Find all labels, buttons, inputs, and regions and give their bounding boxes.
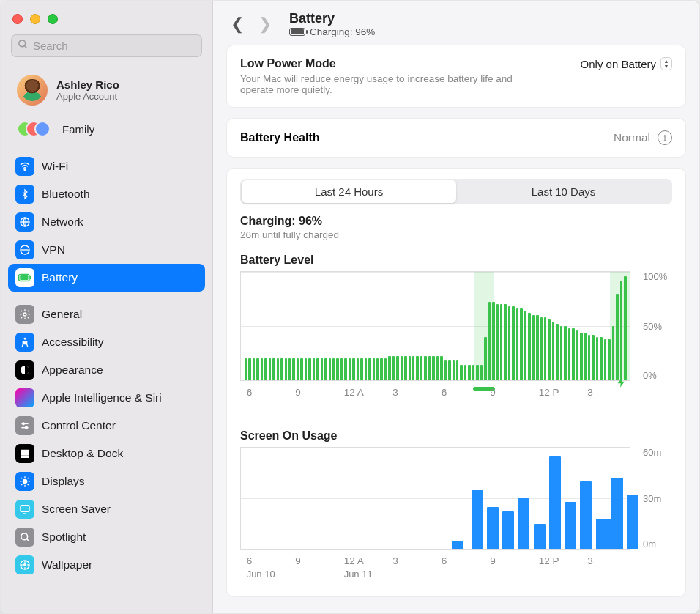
xtick: 6 [442, 555, 447, 566]
minimize-window-button[interactable] [30, 14, 40, 24]
tab-last-10-days[interactable]: Last 10 Days [456, 180, 671, 203]
sidebar-group-network: Wi-FiBluetoothNetworkVPNBattery [8, 152, 205, 292]
bar [336, 358, 338, 380]
bar [321, 358, 323, 380]
bar [508, 306, 510, 380]
bar [357, 358, 359, 380]
xtick: 9 [295, 387, 301, 398]
battery-level-chart: 100%50%0% [240, 271, 672, 381]
svg-rect-16 [21, 450, 29, 456]
sidebar: Ashley Rico Apple Account Family Wi-FiBl… [1, 1, 213, 613]
fullscreen-window-button[interactable] [48, 14, 58, 24]
bar [412, 356, 414, 380]
sidebar-item-vpn[interactable]: VPN [8, 236, 205, 264]
sidebar-item-accessibility[interactable]: Accessibility [8, 328, 205, 356]
bar [502, 511, 514, 549]
bar [611, 478, 623, 549]
xtick-sub: Jun 10 [247, 569, 275, 580]
back-button[interactable]: ❮ [231, 15, 244, 34]
bar [424, 356, 426, 380]
bar [269, 358, 271, 380]
cc-icon [15, 416, 34, 435]
sidebar-item-bluetooth[interactable]: Bluetooth [8, 180, 205, 208]
header: ❮ ❯ Battery Charging: 96% [213, 1, 699, 45]
bar [388, 356, 390, 380]
sidebar-item-desktop-dock[interactable]: Desktop & Dock [8, 440, 205, 467]
sidebar-item-label: Wi-Fi [42, 160, 68, 173]
bar [472, 490, 483, 550]
bar [436, 356, 439, 380]
apple-account-row[interactable]: Ashley Rico Apple Account [11, 70, 202, 110]
bar [373, 358, 375, 380]
svg-point-32 [24, 564, 26, 566]
sidebar-item-label: Network [42, 215, 83, 229]
battery-health-row[interactable]: Battery Health Normal i [226, 118, 686, 158]
bar [444, 360, 447, 380]
bar [564, 326, 566, 380]
bar [280, 358, 283, 380]
bar [568, 328, 570, 380]
bar [272, 358, 275, 380]
lpm-dropdown[interactable]: Only on Battery ▲▼ [581, 57, 672, 70]
svg-line-26 [28, 478, 29, 478]
bar [596, 337, 598, 380]
forward-button[interactable]: ❯ [258, 15, 272, 34]
info-icon[interactable]: i [658, 130, 672, 145]
bar [592, 335, 594, 380]
charge-band [610, 272, 630, 380]
search-icon [18, 39, 29, 53]
search-field[interactable] [11, 34, 202, 57]
bar [528, 313, 530, 380]
bar [604, 339, 606, 380]
bar [504, 304, 506, 380]
sidebar-item-screen-saver[interactable]: Screen Saver [8, 495, 205, 523]
search-input[interactable] [33, 40, 196, 52]
screen-on-title: Screen On Usage [240, 429, 672, 443]
sidebar-item-displays[interactable]: Displays [8, 467, 205, 495]
sidebar-item-label: Appearance [42, 363, 103, 377]
battery-health-status: Normal [614, 131, 650, 144]
bar [512, 306, 514, 380]
svg-rect-7 [30, 276, 31, 280]
bar [627, 495, 638, 549]
bar [392, 356, 395, 380]
xtick: 9 [490, 555, 496, 566]
battery-health-title: Battery Health [240, 131, 319, 144]
bar [349, 358, 351, 380]
bar [384, 358, 387, 380]
family-row[interactable]: Family [11, 114, 202, 144]
page-subtitle-text: Charging: 96% [310, 26, 375, 37]
disp-icon [15, 472, 34, 491]
bar [572, 328, 574, 380]
family-avatars [17, 119, 53, 139]
ytick: 30m [643, 493, 672, 504]
bar [324, 358, 327, 380]
sidebar-item-spotlight[interactable]: Spotlight [8, 523, 205, 551]
ytick: 50% [643, 321, 672, 332]
sidebar-item-appearance[interactable]: Appearance [8, 356, 205, 384]
bar [376, 358, 379, 380]
sidebar-item-general[interactable]: General [8, 300, 205, 328]
close-window-button[interactable] [12, 14, 23, 24]
bar [248, 358, 250, 380]
bar [456, 360, 458, 380]
svg-point-8 [23, 313, 26, 316]
bar [264, 358, 267, 380]
sidebar-item-wallpaper[interactable]: Wallpaper [8, 551, 205, 579]
sidebar-item-network[interactable]: Network [8, 208, 205, 236]
bar [453, 360, 455, 380]
sidebar-item-apple-intelligence-siri[interactable]: Apple Intelligence & Siri [8, 384, 205, 412]
sidebar-item-control-center[interactable]: Control Center [8, 412, 205, 440]
page-subtitle: Charging: 96% [289, 26, 375, 37]
timeframe-segmented: Last 24 Hours Last 10 Days [240, 179, 672, 204]
tab-last-24-hours[interactable]: Last 24 Hours [242, 180, 456, 203]
sidebar-item-battery[interactable]: Battery [8, 264, 205, 292]
lpm-description: Your Mac will reduce energy usage to inc… [240, 73, 518, 95]
svg-rect-27 [21, 506, 29, 512]
ss-icon [15, 500, 34, 519]
bar [548, 319, 550, 380]
sidebar-item-wi-fi[interactable]: Wi-Fi [8, 152, 205, 180]
gen-icon [15, 305, 34, 324]
bar [565, 502, 576, 549]
bar [316, 358, 319, 380]
